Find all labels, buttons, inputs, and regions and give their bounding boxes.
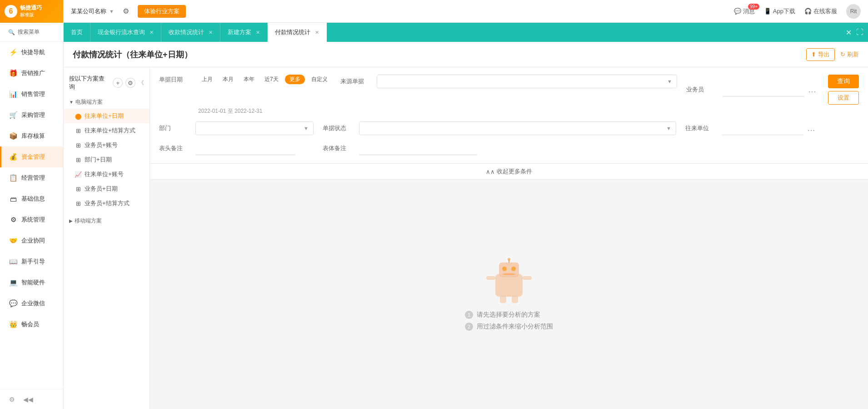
nav-icon-wechat: 💬 <box>9 299 18 308</box>
partner-input[interactable] <box>722 121 803 135</box>
collapse-conditions-button[interactable]: ∧∧ 收起更多条件 <box>486 167 532 176</box>
sidebar-item-marketing[interactable]: 🎁营销推广 <box>0 63 63 84</box>
topbar: 某某公司名称 ▼ ⚙ 体验行业方案 💬 消息 99+ 📱 App下载 🎧 在线客… <box>64 0 868 23</box>
scheme-settings-button[interactable]: ⚙ <box>125 78 135 88</box>
date-btn-this-month[interactable]: 本月 <box>219 75 237 84</box>
date-btn-custom[interactable]: 自定义 <box>308 75 331 84</box>
svg-point-2 <box>502 267 507 271</box>
hint-num-2: 2 <box>465 323 473 331</box>
tab-close-receipts[interactable]: ✕ <box>209 30 213 35</box>
dept-select[interactable]: ▼ <box>195 121 314 135</box>
nav-label-inventory: 库存核算 <box>21 132 45 140</box>
partner-ellipsis[interactable]: … <box>807 124 815 133</box>
scheme-group-title-desktop[interactable]: ▼电脑端方案 <box>64 96 150 109</box>
tab-label-payments: 付款情况统计 <box>275 28 310 36</box>
sidebar-item-system[interactable]: ⚙系统管理 <box>0 209 63 230</box>
trial-button[interactable]: 体验行业方案 <box>138 5 186 18</box>
tab-close-new-scheme[interactable]: ✕ <box>256 30 260 35</box>
nav-icon-marketing: 🎁 <box>9 69 18 78</box>
nav-label-purchase: 采购管理 <box>21 111 45 119</box>
refresh-icon: ↻ <box>840 51 845 58</box>
group-arrow-desktop: ▼ <box>69 100 74 105</box>
company-name: 某某公司名称 <box>71 7 106 15</box>
tab-payments[interactable]: 付款情况统计✕ <box>268 23 327 42</box>
group-arrow-mobile: ▶ <box>69 218 73 223</box>
date-btn-this-year[interactable]: 本年 <box>240 75 258 84</box>
scheme-item-label-staff-settle: 业务员+结算方式 <box>85 199 130 207</box>
staff-ellipsis[interactable]: … <box>808 85 816 95</box>
sidebar-item-operation[interactable]: 📋经营管理 <box>0 167 63 188</box>
tab-close-payments[interactable]: ✕ <box>315 30 319 35</box>
set-button[interactable]: 设置 <box>828 91 859 105</box>
online-service-link[interactable]: 🎧 在线客服 <box>804 7 837 15</box>
body-note-input[interactable] <box>359 141 477 155</box>
nav-icon-quick-nav: ⚡ <box>9 48 18 57</box>
empty-state: 1 请先选择要分析的方案 2 用过滤条件来缩小分析范围 <box>150 180 868 409</box>
date-btn-more[interactable]: 更多 <box>285 75 305 84</box>
staff-input[interactable] <box>723 83 804 96</box>
messages-link[interactable]: 💬 消息 99+ <box>734 7 755 15</box>
scheme-item-partner-date[interactable]: ⬤往来单位+日期 <box>64 109 150 123</box>
tab-label-new-scheme: 新建方案 <box>228 28 251 36</box>
scheme-item-icon-partner-account: 📈 <box>75 171 82 178</box>
refresh-button[interactable]: ↻ 刷新 <box>840 50 859 59</box>
scheme-groups: ▼电脑端方案⬤往来单位+日期⊞往来单位+结算方式⊞业务员+账号⊞部门+日期📈往来… <box>64 94 150 229</box>
sidebar-item-wechat[interactable]: 💬企业微信 <box>0 293 63 314</box>
header-note-input[interactable] <box>195 141 295 155</box>
empty-hint-1: 1 请先选择要分析的方案 <box>465 311 553 319</box>
sidebar-item-member[interactable]: 👑畅会员 <box>0 314 63 335</box>
company-selector[interactable]: 某某公司名称 ▼ <box>71 7 114 15</box>
topbar-settings-icon[interactable]: ⚙ <box>120 5 132 18</box>
filter-panel: 单据日期 上月本月本年近7天更多自定义 来源单据 ▼ <box>150 67 868 164</box>
sidebar-settings-icon[interactable]: ⚙ <box>5 393 18 406</box>
page-title: 付款情况统计（往来单位+日期） <box>73 49 806 60</box>
scheme-item-staff-account[interactable]: ⊞业务员+账号 <box>64 138 150 152</box>
nav-icon-basic: 🗃 <box>9 194 18 203</box>
sidebar-item-quick-nav[interactable]: ⚡快捷导航 <box>0 42 63 63</box>
tab-expand-icon[interactable]: ⛶ <box>856 28 863 36</box>
sidebar-item-basic[interactable]: 🗃基础信息 <box>0 188 63 209</box>
nav-icon-smart-hw: 💻 <box>9 278 18 287</box>
sidebar-search[interactable]: 🔍 搜索菜单 <box>0 23 63 42</box>
query-button[interactable]: 查询 <box>828 75 859 88</box>
tab-label-cash-bank: 现金银行流水查询 <box>98 28 145 36</box>
sidebar-item-finance[interactable]: 💰资金管理 <box>0 146 63 167</box>
nav-label-quick-nav: 快捷导航 <box>21 48 45 56</box>
svg-rect-5 <box>486 276 495 280</box>
tab-cash-bank[interactable]: 现金银行流水查询✕ <box>90 23 161 42</box>
main-area: 某某公司名称 ▼ ⚙ 体验行业方案 💬 消息 99+ 📱 App下载 🎧 在线客… <box>64 0 868 409</box>
sidebar-collapse-icon[interactable]: ◀◀ <box>22 393 35 406</box>
tab-receipts[interactable]: 收款情况统计✕ <box>161 23 220 42</box>
svg-point-10 <box>508 258 510 261</box>
app-download-link[interactable]: 📱 App下载 <box>764 7 795 15</box>
sidebar-item-enterprise[interactable]: 🤝企业协同 <box>0 230 63 251</box>
logo-name: 畅捷通巧 <box>20 5 42 12</box>
tab-new-scheme[interactable]: 新建方案✕ <box>220 23 268 42</box>
scheme-item-partner-account[interactable]: 📈往来单位+账号 <box>64 167 150 182</box>
scheme-item-dept-date[interactable]: ⊞部门+日期 <box>64 152 150 167</box>
tab-home[interactable]: 首页 <box>64 23 90 42</box>
scheme-item-staff-date[interactable]: ⊞业务员+日期 <box>64 182 150 196</box>
nav-label-newbie: 新手引导 <box>21 258 45 266</box>
scheme-panel-collapse-button[interactable]: 《 <box>138 79 144 87</box>
tab-close-cash-bank[interactable]: ✕ <box>150 30 154 35</box>
user-avatar[interactable]: Rit <box>846 4 861 19</box>
scheme-item-staff-settle[interactable]: ⊞业务员+结算方式 <box>64 196 150 211</box>
scheme-add-button[interactable]: + <box>113 78 123 88</box>
scheme-panel-header: 按以下方案查询 + ⚙ 《 <box>64 72 150 94</box>
sidebar-item-inventory[interactable]: 📦库存核算 <box>0 126 63 146</box>
scheme-item-partner-settle[interactable]: ⊞往来单位+结算方式 <box>64 123 150 138</box>
sidebar-item-smart-hw[interactable]: 💻智能硬件 <box>0 272 63 293</box>
doc-status-select[interactable]: ▼ <box>359 121 676 135</box>
sidebar-item-sales[interactable]: 📊销售管理 <box>0 84 63 105</box>
nav-label-system: 系统管理 <box>21 216 45 224</box>
sidebar-item-purchase[interactable]: 🛒采购管理 <box>0 105 63 126</box>
sidebar-item-newbie[interactable]: 📖新手引导 <box>0 251 63 272</box>
robot-svg <box>482 258 536 303</box>
scheme-group-title-mobile[interactable]: ▶移动端方案 <box>64 214 150 227</box>
date-btn-last-month[interactable]: 上月 <box>198 75 216 84</box>
date-btn-last7[interactable]: 近7天 <box>261 75 282 84</box>
source-select[interactable]: ▼ <box>377 75 677 88</box>
tab-close-all-icon[interactable]: ✕ <box>846 28 852 37</box>
export-button[interactable]: ⬆ 导出 <box>806 48 835 61</box>
